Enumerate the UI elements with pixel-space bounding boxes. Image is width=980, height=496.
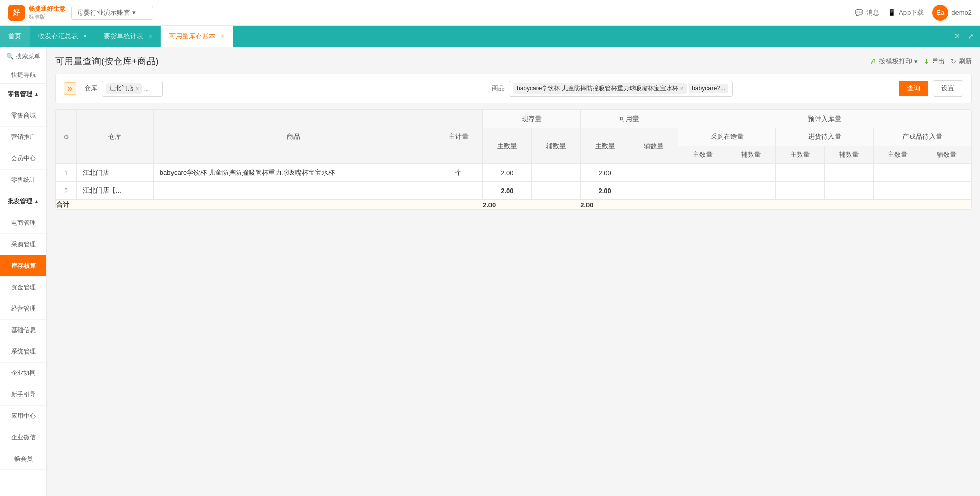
close-tab-order[interactable]: × — [149, 33, 152, 40]
row-purch-aux — [727, 164, 776, 182]
content-area: 可用量查询(按仓库+商品) 🖨 按模板打印 ▾ ⬇ 导出 ↻ 刷新 — [47, 47, 980, 496]
tab-receive-summary[interactable]: 收发存汇总表 × — [30, 26, 95, 47]
col-inc-main: 主数量 — [776, 146, 825, 164]
sidebar-quick-nav[interactable]: 快捷导航 — [0, 66, 46, 84]
sidebar-item-retail-mall[interactable]: 零售商城 — [0, 105, 46, 127]
table-row: 1 江北门店 babycare学饮杯 儿童防摔防撞吸管杯重力球吸嘴杯宝宝水杯 个… — [56, 164, 971, 182]
footer-avail-main: 2.00 — [580, 200, 629, 209]
row-index: 1 — [56, 164, 77, 182]
sidebar-item-enterprise-wechat[interactable]: 企业微信 — [0, 427, 46, 448]
sidebar-item-purchase[interactable]: 采购管理 — [0, 234, 46, 255]
page-header: 可用量查询(按仓库+商品) 🖨 按模板打印 ▾ ⬇ 导出 ↻ 刷新 — [55, 55, 972, 67]
row-stock-main: 2.00 — [483, 164, 532, 182]
close-tab-receive[interactable]: × — [83, 33, 87, 40]
sidebar-item-ecommerce[interactable]: 电商管理 — [0, 212, 46, 234]
row-prod-main — [873, 164, 922, 182]
col-group-planned: 预计入库量 — [678, 110, 971, 128]
sidebar-item-system[interactable]: 系统管理 — [0, 341, 46, 363]
top-bar-left: 好 畅捷通好生意 标准版 母婴行业演示账套 ▾ — [8, 5, 153, 21]
col-stock-main: 主数量 — [483, 128, 532, 164]
nav-tabs-actions: × ⤢ — [953, 26, 980, 47]
col-stock-aux: 辅数量 — [532, 128, 581, 164]
logo-text: 畅捷通好生意 标准版 — [29, 5, 65, 21]
sidebar-item-app-center[interactable]: 应用中心 — [0, 406, 46, 427]
col-group-produced: 产成品待入量 — [873, 128, 971, 146]
table-body: 1 江北门店 babycare学饮杯 儿童防摔防撞吸管杯重力球吸嘴杯宝宝水杯 个… — [56, 164, 971, 200]
table-row: 2 江北门店【... 2.00 2.00 — [56, 182, 971, 200]
col-gear[interactable]: ⚙ — [56, 110, 77, 164]
sidebar-item-member-center[interactable]: 会员中心 — [0, 148, 46, 170]
message-icon: 💬 — [855, 9, 863, 16]
row-stock-aux-2 — [532, 182, 581, 200]
footer-inc-aux — [824, 200, 873, 209]
table-container: ⚙ 仓库 商品 主计量 现存量 可用量 预计入库量 主数量 辅数量 — [55, 109, 972, 210]
sidebar-item-basic-info[interactable]: 基础信息 — [0, 320, 46, 341]
col-warehouse: 仓库 — [77, 110, 154, 164]
row-avail-aux — [629, 164, 678, 182]
print-btn[interactable]: 🖨 按模板打印 ▾ — [870, 57, 918, 66]
row-unit-2 — [434, 182, 483, 200]
warehouse-dots[interactable]: ... — [144, 85, 150, 92]
row-avail-main: 2.00 — [580, 164, 629, 182]
warehouse-tag: 江北门店 × — [106, 83, 142, 94]
refresh-icon: ↻ — [951, 58, 957, 65]
warehouse-input[interactable]: 江北门店 × ... — [102, 81, 163, 97]
user-avatar-area[interactable]: Ea demo2 — [932, 5, 972, 21]
expand-tab-btn[interactable]: ⤢ — [966, 30, 976, 42]
col-group-purchase-transit: 采购在途量 — [678, 128, 776, 146]
app-download-btn[interactable]: 📱 App下载 — [888, 8, 924, 17]
row-inc-aux — [824, 164, 873, 182]
nav-tabs: 首页 收发存汇总表 × 要货单统计表 × 可用量库存账本 × × ⤢ — [0, 26, 980, 47]
sidebar-item-finance[interactable]: 资金管理 — [0, 277, 46, 298]
tab-order-stats[interactable]: 要货单统计表 × — [95, 26, 161, 47]
remove-product-tag-1[interactable]: × — [680, 85, 683, 91]
sidebar-item-operations[interactable]: 经营管理 — [0, 298, 46, 320]
settings-button[interactable]: 设置 — [933, 80, 963, 97]
sidebar-search[interactable]: 🔍 搜索菜单 — [0, 47, 46, 66]
tab-home[interactable]: 首页 — [0, 26, 30, 47]
row-prod-aux-2 — [922, 182, 971, 200]
row-stock-aux — [532, 164, 581, 182]
industry-selector[interactable]: 母婴行业演示账套 ▾ — [71, 6, 153, 20]
row-index-2: 2 — [56, 182, 77, 200]
product-input[interactable]: babycare学饮杯 儿童防摔防撞吸管杯重力球吸嘴杯宝宝水杯 × babyca… — [509, 81, 733, 97]
sidebar-item-wholesale-mgmt[interactable]: 批发管理 ▲ — [0, 191, 46, 212]
export-icon: ⬇ — [924, 58, 929, 65]
logo-area: 好 畅捷通好生意 标准版 — [8, 5, 65, 21]
filter-expand-btn[interactable]: » — [64, 82, 76, 95]
sidebar-item-marketing[interactable]: 营销推广 — [0, 127, 46, 148]
search-icon: 🔍 — [6, 53, 14, 60]
remove-warehouse-tag[interactable]: × — [136, 85, 139, 91]
warehouse-filter-group: 仓库 江北门店 × ... — [84, 81, 483, 97]
top-bar: 好 畅捷通好生意 标准版 母婴行业演示账套 ▾ 💬 消息 📱 App下载 Ea … — [0, 0, 980, 26]
row-inc-aux-2 — [824, 182, 873, 200]
footer-label: 合计 — [56, 200, 483, 209]
close-all-tabs-btn[interactable]: × — [953, 30, 962, 43]
top-bar-right: 💬 消息 📱 App下载 Ea demo2 — [855, 5, 972, 21]
sidebar-item-member-vip[interactable]: 畅会员 — [0, 448, 46, 470]
close-tab-available[interactable]: × — [220, 33, 224, 40]
sidebar-item-enterprise-collab[interactable]: 企业协同 — [0, 363, 46, 384]
sidebar-item-new-guide[interactable]: 新手引导 — [0, 384, 46, 406]
sidebar-item-retail-mgmt[interactable]: 零售管理 ▲ — [0, 84, 46, 105]
print-icon: 🖨 — [870, 58, 877, 65]
refresh-btn[interactable]: ↻ 刷新 — [951, 57, 972, 66]
footer-prod-main — [873, 200, 922, 209]
export-btn[interactable]: ⬇ 导出 — [924, 57, 945, 66]
row-purch-main — [678, 164, 727, 182]
sidebar-item-retail-stats[interactable]: 零售统计 — [0, 170, 46, 191]
footer-purch-main — [678, 200, 727, 209]
col-inc-aux: 辅数量 — [824, 146, 873, 164]
sidebar-item-inventory[interactable]: 库存核算 — [0, 255, 46, 277]
message-btn[interactable]: 💬 消息 — [855, 8, 879, 17]
footer-stock-aux — [532, 200, 581, 209]
logo-main-text: 畅捷通好生意 — [29, 5, 65, 13]
query-button[interactable]: 查询 — [899, 81, 928, 96]
logo-sub-text: 标准版 — [29, 13, 65, 21]
footer-purch-aux — [727, 200, 776, 209]
gear-icon[interactable]: ⚙ — [63, 133, 69, 141]
row-product: babycare学饮杯 儿童防摔防撞吸管杯重力球吸嘴杯宝宝水杯 — [153, 164, 434, 182]
footer-avail-aux — [629, 200, 678, 209]
page-content: 可用量查询(按仓库+商品) 🖨 按模板打印 ▾ ⬇ 导出 ↻ 刷新 — [47, 47, 980, 218]
tab-available-inventory[interactable]: 可用量库存账本 × — [161, 26, 233, 47]
